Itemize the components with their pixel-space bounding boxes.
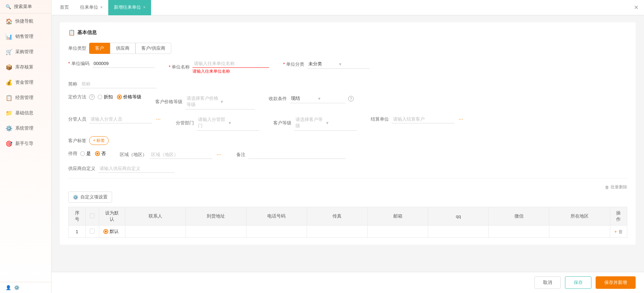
disabled-yes-radio[interactable]: 是 bbox=[80, 150, 91, 157]
row-region-input[interactable] bbox=[553, 229, 605, 234]
sidebar-item-inventory[interactable]: 📦库存核算 bbox=[0, 59, 51, 75]
save-and-new-button[interactable]: 保存并新增 bbox=[596, 276, 636, 289]
dept-select[interactable]: 请输入分管部门 ▾ bbox=[197, 115, 259, 131]
pricing-help-icon[interactable]: ? bbox=[89, 94, 95, 100]
type-btn-supplier[interactable]: 供应商 bbox=[110, 43, 135, 54]
dept-item: 分管部门 请输入分管部门 ▾ bbox=[176, 115, 259, 131]
sidebar-search[interactable]: 🔍 搜索菜单 bbox=[0, 0, 51, 14]
sidebar-item-newbie[interactable]: 🎯新手引导 bbox=[0, 136, 51, 151]
abbr-input[interactable] bbox=[80, 80, 157, 88]
contact-input[interactable] bbox=[129, 229, 181, 234]
sidebar-item-finance[interactable]: 💰资金管理 bbox=[0, 75, 51, 90]
row-checkbox[interactable] bbox=[86, 226, 99, 238]
fax-input[interactable] bbox=[311, 229, 363, 234]
row-address[interactable] bbox=[186, 226, 246, 238]
supplier-custom-label: 供应商自定义 bbox=[68, 165, 95, 172]
table-header-7: 邮箱 bbox=[368, 207, 428, 226]
add-tag-button[interactable]: + 标签 bbox=[89, 136, 109, 145]
tab-partners[interactable]: 往来单位× bbox=[74, 0, 108, 15]
section-title-icon: 📋 bbox=[68, 29, 75, 36]
row-actions: + 🗑 bbox=[610, 226, 627, 238]
phone-input[interactable] bbox=[251, 229, 303, 234]
row-wechat[interactable] bbox=[489, 226, 549, 238]
customer-price-level-select[interactable]: 请选择客户价格等级 ▾ bbox=[185, 94, 255, 109]
region-label: 区域（地区） bbox=[120, 152, 147, 158]
unit-type-label: 单位类型 bbox=[68, 45, 86, 51]
table-header-1 bbox=[86, 207, 99, 226]
tab-close-partners[interactable]: × bbox=[100, 5, 103, 10]
row-select-checkbox[interactable] bbox=[90, 229, 95, 234]
finance-icon: 💰 bbox=[6, 79, 13, 86]
tab-home[interactable]: 首页 bbox=[54, 0, 74, 15]
wechat-input[interactable] bbox=[493, 229, 545, 234]
sidebar-item-sales[interactable]: 📊销售管理 bbox=[0, 29, 51, 44]
unit-name-input[interactable] bbox=[193, 59, 269, 68]
region-input[interactable] bbox=[150, 150, 212, 159]
disabled-no-radio[interactable]: 否 bbox=[95, 150, 106, 157]
custom-settings-label: 自定义项设置 bbox=[80, 194, 108, 200]
customer-level-select[interactable]: 请选择客户等级 ▾ bbox=[294, 115, 357, 131]
remark-input[interactable] bbox=[248, 150, 346, 159]
close-all-tabs-button[interactable]: ✕ bbox=[631, 3, 641, 12]
pricing-radio-discount[interactable]: 折扣 bbox=[97, 94, 113, 100]
row-contact[interactable] bbox=[125, 226, 186, 238]
disabled-row: 停用 是 否 区域（地区） ··· bbox=[68, 150, 627, 159]
row-region[interactable] bbox=[549, 226, 610, 238]
address-input[interactable] bbox=[190, 229, 242, 234]
discount-radio-circle bbox=[97, 95, 102, 99]
sidebar-label-newbie: 新手引导 bbox=[15, 140, 33, 147]
tab-close-new-partner[interactable]: × bbox=[143, 5, 146, 10]
settlement-unit-item: 结算单位 ··· bbox=[371, 115, 464, 123]
type-btn-customer[interactable]: 客户 bbox=[89, 43, 110, 54]
unit-type-item: 单位类型 客户 供应商 客户/供应商 bbox=[68, 43, 171, 54]
sidebar-item-quick-nav[interactable]: 🏠快捷导航 bbox=[0, 14, 51, 29]
abbr-label: 简称 bbox=[68, 81, 77, 87]
manager-row: 分管人员 ··· 分管部门 请输入分管部门 ▾ 客户等级 请选择客户等级 ▾ bbox=[68, 115, 627, 131]
batch-delete-label[interactable]: 批量删除 bbox=[611, 184, 627, 190]
table-header-5: 电话号码 bbox=[246, 207, 307, 226]
sidebar-item-system[interactable]: ⚙️系统管理 bbox=[0, 121, 51, 136]
qq-input[interactable] bbox=[432, 229, 484, 234]
pricing-radio-level[interactable]: 价格等级 bbox=[117, 94, 141, 100]
region-more-button[interactable]: ··· bbox=[215, 152, 222, 158]
sidebar-search-label: 搜索菜单 bbox=[14, 3, 32, 10]
email-input[interactable] bbox=[372, 229, 424, 234]
tab-new-partner[interactable]: 新增往来单位× bbox=[108, 0, 151, 15]
disabled-radio-group: 是 否 bbox=[80, 150, 106, 157]
payment-condition-value: 现结 bbox=[291, 95, 317, 101]
row-email[interactable] bbox=[368, 226, 428, 238]
section-title: 📋 基本信息 bbox=[68, 29, 627, 36]
row-default: 默认 bbox=[99, 226, 125, 238]
payment-help-icon[interactable]: ? bbox=[348, 96, 354, 101]
unit-category-select[interactable]: 未分类 ▾ bbox=[307, 59, 370, 69]
save-button[interactable]: 保存 bbox=[565, 276, 591, 289]
add-row-button[interactable]: + bbox=[614, 229, 617, 234]
sidebar-item-basic-info[interactable]: 📁基础信息 bbox=[0, 105, 51, 121]
table-row: 1默认+ 🗑 bbox=[69, 226, 627, 238]
row-qq[interactable] bbox=[428, 226, 489, 238]
settings-gear-icon: ⚙️ bbox=[73, 195, 78, 200]
manager-more-button[interactable]: ··· bbox=[155, 116, 162, 122]
sidebar-item-operations[interactable]: 📋经营管理 bbox=[0, 90, 51, 105]
tab-bar: 首页往来单位×新增往来单位× ✕ bbox=[52, 0, 644, 15]
row-phone[interactable] bbox=[246, 226, 307, 238]
content-area: 📋 基本信息 单位类型 客户 供应商 客户/供应商 单位编码 bbox=[52, 15, 644, 272]
unit-code-name-row: 单位编码 单位名称 请输入往来单位名称 单位分类 未分类 ▾ bbox=[68, 59, 627, 74]
sidebar-label-system: 系统管理 bbox=[15, 125, 33, 131]
footer: 取消 保存 保存并新增 bbox=[52, 272, 644, 293]
custom-settings-button[interactable]: ⚙️ 自定义项设置 bbox=[68, 192, 112, 203]
manager-input[interactable] bbox=[89, 115, 152, 123]
type-btn-both[interactable]: 客户/供应商 bbox=[135, 43, 171, 54]
settlement-unit-input[interactable] bbox=[392, 115, 454, 123]
supplier-custom-input[interactable] bbox=[98, 164, 175, 173]
cancel-button[interactable]: 取消 bbox=[534, 276, 561, 289]
level-radio-label: 价格等级 bbox=[123, 94, 141, 100]
settlement-more-button[interactable]: ··· bbox=[457, 116, 464, 122]
delete-row-button[interactable]: 🗑 bbox=[618, 229, 623, 234]
sidebar-item-purchase[interactable]: 🛒采购管理 bbox=[0, 44, 51, 59]
payment-condition-select[interactable]: 现结 ▾ bbox=[290, 94, 345, 103]
unit-code-input[interactable] bbox=[92, 59, 155, 68]
table-header-10: 所在地区 bbox=[549, 207, 610, 226]
select-all-checkbox[interactable] bbox=[90, 213, 95, 218]
row-fax[interactable] bbox=[307, 226, 367, 238]
